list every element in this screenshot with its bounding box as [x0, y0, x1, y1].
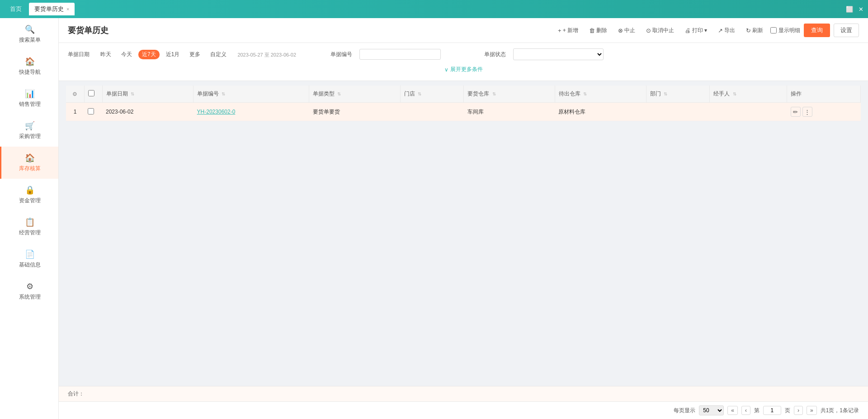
sidebar-item-purchase[interactable]: 🛒 采购管理 — [0, 114, 58, 147]
sidebar-item-quick-nav[interactable]: 🏠 快捷导航 — [0, 50, 58, 82]
col-store: 门店 ⇅ — [400, 86, 464, 103]
row-pending-warehouse: 原材料仓库 — [555, 103, 646, 121]
sidebar-item-inventory[interactable]: 🏠 库存核算 — [0, 147, 58, 179]
sidebar-item-base-info[interactable]: 📄 基础信息 — [0, 243, 58, 275]
delete-button[interactable]: 🗑 删除 — [585, 24, 611, 37]
sort-icon-date[interactable]: ⇅ — [131, 91, 134, 96]
print-button[interactable]: 🖨 打印 ▾ — [681, 24, 711, 37]
col-req-warehouse: 要货仓库 ⇅ — [464, 86, 555, 103]
status-label: 单据状态 — [484, 51, 506, 58]
row-req-warehouse: 车间库 — [464, 103, 555, 121]
row-doc-type: 要货单要货 — [309, 103, 401, 121]
sort-icon-doc-no[interactable]: ⇅ — [222, 91, 225, 96]
setting-button[interactable]: 设置 — [834, 24, 859, 37]
sidebar-item-operations[interactable]: 📋 经营管理 — [0, 211, 58, 243]
page-size-select[interactable]: 50 10 20 100 — [699, 405, 724, 415]
sidebar-item-system[interactable]: ⚙ 系统管理 — [0, 275, 58, 307]
clipboard-icon: 📋 — [25, 217, 35, 227]
table-header: ⚙ 单据日期 ⇅ 单据编号 ⇅ — [66, 86, 861, 103]
top-bar: 首页 要货单历史 × ⬜ ✕ — [0, 0, 868, 18]
cancel-icon: ⊙ — [646, 27, 651, 34]
sort-icon-pending-warehouse[interactable]: ⇅ — [583, 91, 587, 96]
cancel-stop-button[interactable]: ⊙ 取消中止 — [642, 24, 678, 37]
col-date: 单据日期 ⇅ — [102, 86, 193, 103]
sidebar-item-sales[interactable]: 📊 销售管理 — [0, 82, 58, 114]
tab-requisition-history[interactable]: 要货单历史 × — [29, 3, 75, 15]
export-button[interactable]: ↗ 导出 — [714, 24, 739, 37]
stop-icon: ⊗ — [618, 27, 623, 34]
pagination-bar: 每页显示 50 10 20 100 « ‹ 第 页 › » 共1页，1条记录 — [59, 401, 868, 419]
sidebar-item-finance[interactable]: 🔒 资金管理 — [0, 179, 58, 211]
date-filter-label: 单据日期 — [68, 51, 90, 58]
refresh-icon: ↻ — [746, 27, 751, 34]
col-handler: 经手人 ⇅ — [710, 86, 787, 103]
stop-button[interactable]: ⊗ 中止 — [614, 24, 639, 37]
date-shortcut-today[interactable]: 今天 — [118, 50, 136, 59]
doc-no-label: 单据编号 — [330, 51, 352, 58]
tab-bar: 首页 要货单历史 × — [5, 3, 846, 15]
trash-icon: 🗑 — [589, 27, 595, 34]
date-shortcut-more[interactable]: 更多 — [186, 50, 204, 59]
row-checkbox[interactable] — [84, 103, 102, 121]
gear-icon: ⚙ — [26, 281, 33, 291]
print-dropdown-icon: ▾ — [704, 27, 707, 33]
row-edit-icon[interactable]: ✏ — [791, 107, 801, 117]
sort-icon-store[interactable]: ⇅ — [418, 91, 421, 96]
settings-icon[interactable]: ⚙ — [72, 91, 77, 97]
sort-icon-req-warehouse[interactable]: ⇅ — [492, 91, 496, 96]
data-table: ⚙ 单据日期 ⇅ 单据编号 ⇅ — [66, 86, 861, 121]
row-doc-no[interactable]: YH-20230602-0 — [193, 103, 309, 121]
tab-home[interactable]: 首页 — [5, 3, 27, 15]
lock-icon: 🔒 — [25, 185, 35, 195]
row-more-icon[interactable]: ⋮ — [802, 107, 812, 117]
table-row: 1 2023-06-02 YH-20230602-0 要货单要货 车间库 原材料… — [66, 103, 861, 121]
cart-icon: 🛒 — [25, 121, 35, 131]
row-date: 2023-06-02 — [102, 103, 193, 121]
show-detail-toggle[interactable]: 显示明细 — [770, 27, 800, 34]
filter-row-1: 单据日期 昨天 今天 近7天 近1月 更多 自定义 2023-05-27 至 2… — [68, 48, 859, 60]
page-title: 要货单历史 — [68, 25, 108, 36]
last-page-button[interactable]: » — [807, 406, 817, 415]
prev-page-button[interactable]: ‹ — [741, 406, 750, 415]
window-resize-icon[interactable]: ⬜ — [846, 6, 853, 13]
row-handler — [710, 103, 787, 121]
print-icon: 🖨 — [685, 27, 691, 34]
doc-no-input[interactable] — [359, 49, 441, 60]
row-index: 1 — [66, 103, 84, 121]
query-button[interactable]: 查询 — [804, 24, 830, 37]
status-select[interactable] — [513, 48, 604, 60]
sort-icon-doc-type[interactable]: ⇅ — [337, 91, 341, 96]
inventory-icon: 🏠 — [25, 153, 35, 163]
date-shortcut-custom[interactable]: 自定义 — [207, 50, 230, 59]
show-detail-checkbox[interactable] — [770, 27, 777, 33]
sort-icon-dept[interactable]: ⇅ — [664, 91, 667, 96]
sidebar: 🔍 搜索菜单 🏠 快捷导航 📊 销售管理 🛒 采购管理 🏠 库存核算 🔒 资金管… — [0, 18, 59, 419]
export-icon: ↗ — [718, 27, 723, 34]
date-shortcut-1month[interactable]: 近1月 — [162, 50, 184, 59]
chevron-down-icon: ∨ — [444, 67, 448, 73]
sort-icon-handler[interactable]: ⇅ — [733, 91, 736, 96]
row-store — [400, 103, 464, 121]
sidebar-item-search-menu[interactable]: 🔍 搜索菜单 — [0, 18, 58, 50]
refresh-button[interactable]: ↻ 刷新 — [742, 24, 767, 37]
select-all-checkbox[interactable] — [88, 90, 94, 96]
row-actions: ✏ ⋮ — [787, 103, 861, 121]
date-shortcut-7days[interactable]: 近7天 — [138, 50, 160, 59]
plus-icon: + — [558, 27, 561, 34]
table-body: 1 2023-06-02 YH-20230602-0 要货单要货 车间库 原材料… — [66, 103, 861, 121]
filter-area: 单据日期 昨天 今天 近7天 近1月 更多 自定义 2023-05-27 至 2… — [59, 43, 868, 81]
col-doc-type: 单据类型 ⇅ — [309, 86, 401, 103]
date-range-display: 2023-05-27 至 2023-06-02 — [237, 51, 296, 58]
date-shortcut-yesterday[interactable]: 昨天 — [97, 50, 115, 59]
tab-close-icon[interactable]: × — [66, 6, 69, 12]
page-input[interactable] — [763, 406, 781, 415]
first-page-button[interactable]: « — [727, 406, 738, 415]
col-settings[interactable]: ⚙ — [66, 86, 84, 103]
col-action: 操作 — [787, 86, 861, 103]
window-close-icon[interactable]: ✕ — [859, 6, 863, 13]
col-dept: 部门 ⇅ — [646, 86, 710, 103]
window-controls: ⬜ ✕ — [846, 6, 863, 13]
expand-more-button[interactable]: ∨ 展开更多条件 — [68, 64, 859, 75]
new-button[interactable]: + + 新增 — [554, 24, 582, 37]
next-page-button[interactable]: › — [794, 406, 803, 415]
